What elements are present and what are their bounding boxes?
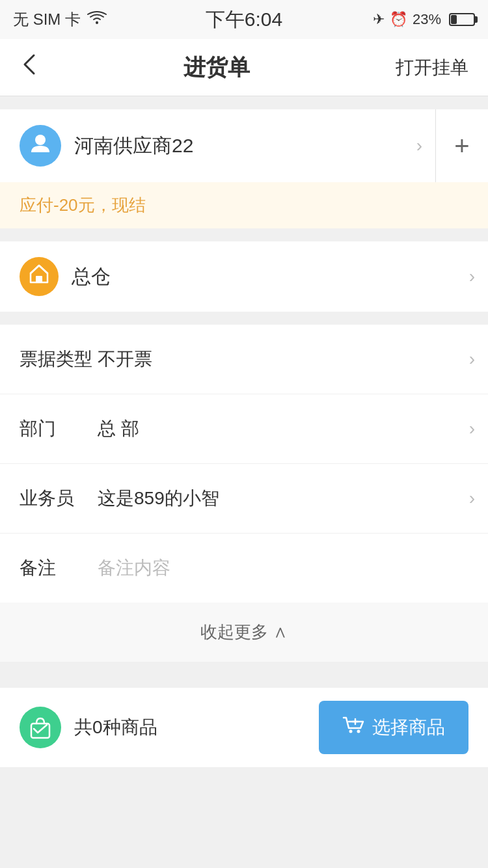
salesperson-row[interactable]: 业务员 这是859的小智 › [0, 464, 488, 534]
section-gap-1 [0, 96, 488, 109]
collapse-label: 收起更多 ∧ [200, 621, 287, 644]
invoice-type-row[interactable]: 票据类型 不开票 › [0, 325, 488, 394]
supplier-section: 河南供应商22 › + [0, 109, 488, 182]
invoice-type-value: 不开票 [98, 347, 463, 372]
remark-row[interactable]: 备注 备注内容 [0, 534, 488, 603]
product-bag-icon [20, 707, 61, 748]
house-icon [28, 263, 50, 290]
chevron-right-invoice-icon: › [469, 349, 475, 370]
salesperson-label: 业务员 [20, 486, 98, 511]
battery-percent: 23% [413, 11, 441, 28]
cart-icon [342, 716, 364, 739]
section-gap-2 [0, 228, 488, 241]
svg-point-0 [96, 21, 98, 24]
supplier-selector[interactable]: 河南供应商22 › [0, 109, 436, 182]
warehouse-section[interactable]: 总仓 › [0, 241, 488, 312]
svg-rect-2 [36, 276, 42, 282]
section-gap-4 [0, 662, 488, 675]
svg-point-1 [35, 135, 46, 145]
status-left: 无 SIM 卡 [13, 9, 107, 30]
alarm-icon: ⏰ [390, 11, 407, 28]
salesperson-value: 这是859的小智 [98, 486, 463, 511]
location-icon: ✈ [373, 11, 385, 28]
svg-point-4 [349, 729, 353, 733]
invoice-type-label: 票据类型 [20, 347, 98, 372]
notice-text: 应付-20元，现结 [20, 195, 146, 215]
select-product-label: 选择商品 [372, 715, 445, 740]
open-pending-button[interactable]: 打开挂单 [396, 55, 468, 80]
person-icon [29, 131, 52, 161]
chevron-right-dept-icon: › [469, 418, 475, 439]
bottom-bar: 共0种商品 选择商品 [0, 688, 488, 767]
supplier-avatar [20, 125, 61, 167]
chevron-right-sales-icon: › [469, 488, 475, 509]
wifi-icon [87, 10, 107, 29]
department-label: 部门 [20, 416, 98, 441]
status-right: ✈ ⏰ 23% [373, 11, 475, 28]
battery-icon [449, 13, 475, 26]
chevron-right-icon: › [416, 135, 422, 156]
add-supplier-button[interactable]: + [436, 109, 488, 182]
select-product-button[interactable]: 选择商品 [319, 701, 468, 754]
status-time: 下午6:04 [206, 7, 282, 33]
warehouse-icon [20, 257, 59, 296]
back-button[interactable] [20, 51, 38, 83]
section-gap-3 [0, 312, 488, 325]
product-count-label: 共0种商品 [74, 715, 319, 740]
status-bar: 无 SIM 卡 下午6:04 ✈ ⏰ 23% [0, 0, 488, 39]
chevron-right-warehouse-icon: › [469, 266, 475, 287]
carrier-label: 无 SIM 卡 [13, 9, 81, 30]
form-section: 票据类型 不开票 › 部门 总 部 › 业务员 这是859的小智 › 备注 备注… [0, 325, 488, 603]
remark-input[interactable]: 备注内容 [98, 556, 475, 580]
svg-point-5 [357, 729, 360, 733]
department-value: 总 部 [98, 416, 463, 441]
remark-label: 备注 [20, 556, 98, 580]
collapse-row[interactable]: 收起更多 ∧ [0, 603, 488, 662]
supplier-name: 河南供应商22 [74, 133, 410, 159]
nav-bar: 进货单 打开挂单 [0, 39, 488, 96]
page-title: 进货单 [183, 53, 250, 83]
notice-bar: 应付-20元，现结 [0, 182, 488, 228]
department-row[interactable]: 部门 总 部 › [0, 394, 488, 464]
warehouse-name: 总仓 [72, 264, 463, 290]
